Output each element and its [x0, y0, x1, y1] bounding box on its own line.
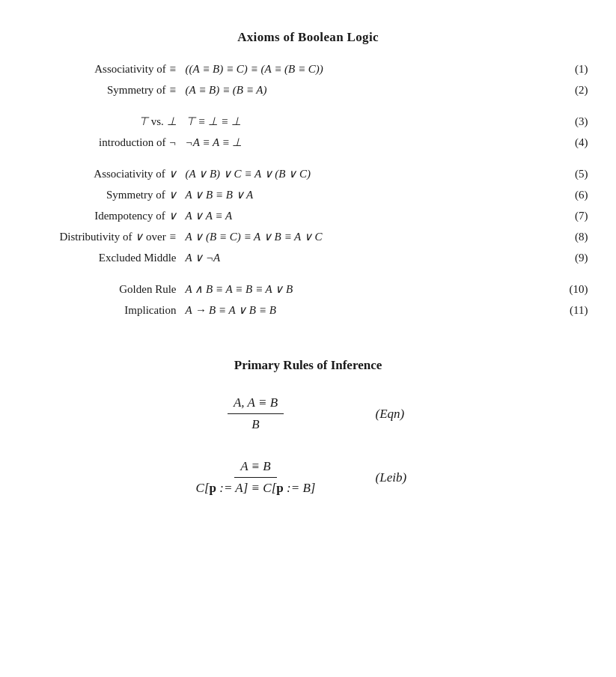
axiom-number: (1)	[533, 58, 593, 79]
axiom-number: (7)	[533, 205, 593, 226]
axiom-formula: A ∨ B ≡ B ∨ A	[181, 184, 533, 205]
axiom-number: (2)	[533, 79, 593, 100]
axiom-name: introduction of ¬	[24, 132, 181, 153]
table-row: Symmetry of ∨ A ∨ B ≡ B ∨ A (6)	[24, 184, 593, 205]
table-row: Associativity of ≡ ((A ≡ B) ≡ C) ≡ (A ≡ …	[24, 58, 593, 79]
axiom-formula: A ∨ ¬A	[181, 247, 533, 268]
fraction-denominator: B	[246, 414, 265, 432]
rule-label-eqn: (Eqn)	[376, 407, 436, 422]
table-row: Golden Rule A ∧ B ≡ A ≡ B ≡ A ∨ B (10)	[24, 279, 593, 300]
inference-title: Primary Rules of Inference	[24, 358, 593, 373]
rule-label-leib: (Leib)	[376, 470, 436, 485]
axiom-number: (5)	[533, 163, 593, 184]
table-row: Symmetry of ≡ (A ≡ B) ≡ (B ≡ A) (2)	[24, 79, 593, 100]
axiom-formula: A ∨ (B ≡ C) ≡ A ∨ B ≡ A ∨ C	[181, 226, 533, 247]
axiom-name: Symmetry of ∨	[24, 184, 181, 205]
axiom-number: (8)	[533, 226, 593, 247]
axiom-name: Implication	[24, 300, 181, 321]
inference-section: Primary Rules of Inference A, A ≡ B B (E…	[24, 358, 593, 496]
table-row: Associativity of ∨ (A ∨ B) ∨ C ≡ A ∨ (B …	[24, 163, 593, 184]
axiom-name: Distributivity of ∨ over ≡	[24, 226, 181, 247]
fraction-eqn: A, A ≡ B B	[228, 395, 284, 432]
table-row: Idempotency of ∨ A ∨ A ≡ A (7)	[24, 205, 593, 226]
fraction-leib: A ≡ B C[p := A] ≡ C[p := B]	[190, 459, 322, 496]
axiom-number: (4)	[533, 132, 593, 153]
axiom-formula: A → B ≡ A ∨ B ≡ B	[181, 300, 533, 321]
inference-rule-eqn: A, A ≡ B B (Eqn)	[24, 395, 593, 432]
axiom-number: (10)	[533, 279, 593, 300]
table-row: Distributivity of ∨ over ≡ A ∨ (B ≡ C) ≡…	[24, 226, 593, 247]
axiom-number: (3)	[533, 111, 593, 132]
axiom-name: Symmetry of ≡	[24, 79, 181, 100]
axiom-name: Golden Rule	[24, 279, 181, 300]
fraction-numerator: A ≡ B	[234, 459, 276, 478]
axiom-number: (11)	[533, 300, 593, 321]
axiom-formula: ⊤ ≡ ⊥ ≡ ⊥	[181, 111, 533, 132]
fraction-numerator: A, A ≡ B	[228, 395, 284, 414]
axioms-title: Axioms of Boolean Logic	[24, 30, 593, 45]
fraction-denominator: C[p := A] ≡ C[p := B]	[190, 478, 322, 496]
axiom-formula: A ∨ A ≡ A	[181, 205, 533, 226]
spacer-row	[24, 268, 593, 279]
axiom-formula: (A ∨ B) ∨ C ≡ A ∨ (B ∨ C)	[181, 163, 533, 184]
axioms-section: Axioms of Boolean Logic Associativity of…	[24, 30, 593, 321]
table-row: Implication A → B ≡ A ∨ B ≡ B (11)	[24, 300, 593, 321]
axioms-table: Associativity of ≡ ((A ≡ B) ≡ C) ≡ (A ≡ …	[24, 58, 593, 321]
axiom-name: Excluded Middle	[24, 247, 181, 268]
spacer-row	[24, 153, 593, 163]
axiom-name: ⊤ vs. ⊥	[24, 111, 181, 132]
axiom-formula: A ∧ B ≡ A ≡ B ≡ A ∨ B	[181, 279, 533, 300]
inference-rule-leib: A ≡ B C[p := A] ≡ C[p := B] (Leib)	[24, 459, 593, 496]
axiom-name: Idempotency of ∨	[24, 205, 181, 226]
axiom-number: (9)	[533, 247, 593, 268]
axiom-name: Associativity of ∨	[24, 163, 181, 184]
axiom-formula: (A ≡ B) ≡ (B ≡ A)	[181, 79, 533, 100]
table-row: ⊤ vs. ⊥ ⊤ ≡ ⊥ ≡ ⊥ (3)	[24, 111, 593, 132]
table-row: Excluded Middle A ∨ ¬A (9)	[24, 247, 593, 268]
axiom-name: Associativity of ≡	[24, 58, 181, 79]
axiom-formula: ¬A ≡ A ≡ ⊥	[181, 132, 533, 153]
axiom-formula: ((A ≡ B) ≡ C) ≡ (A ≡ (B ≡ C))	[181, 58, 533, 79]
table-row: introduction of ¬ ¬A ≡ A ≡ ⊥ (4)	[24, 132, 593, 153]
page-container: Axioms of Boolean Logic Associativity of…	[24, 30, 593, 647]
spacer-row	[24, 100, 593, 111]
axiom-number: (6)	[533, 184, 593, 205]
